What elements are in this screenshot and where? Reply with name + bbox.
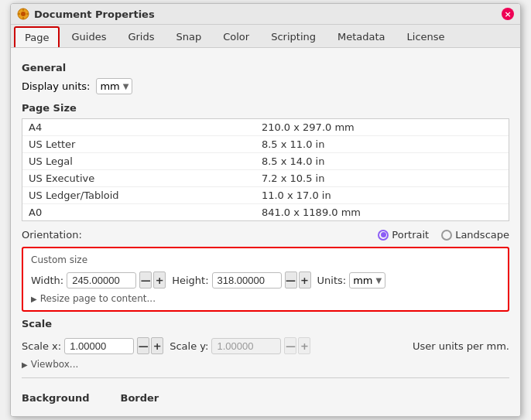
page-size-dimensions: 8.5 x 14.0 in xyxy=(255,153,509,170)
landscape-radio[interactable] xyxy=(441,230,452,241)
width-label: Width: xyxy=(31,275,63,286)
height-input[interactable] xyxy=(212,272,282,289)
custom-size-title: Custom size xyxy=(31,254,500,265)
scale-y-label: Scale y: xyxy=(170,340,208,352)
scale-y-increment-button: + xyxy=(298,337,310,354)
scale-y-stepper: — + xyxy=(284,337,310,354)
display-units-select[interactable]: mm ▼ xyxy=(96,78,132,94)
height-decrement-button[interactable]: — xyxy=(285,271,297,289)
height-stepper: — + xyxy=(285,271,311,289)
page-size-row[interactable]: US Letter8.5 x 11.0 in xyxy=(22,136,509,153)
triangle-icon: ▶ xyxy=(31,295,37,303)
units-value: mm xyxy=(353,275,372,286)
tab-metadata[interactable]: Metadata xyxy=(327,26,396,47)
page-size-label: Page Size xyxy=(22,102,509,114)
border-label: Border xyxy=(121,392,159,404)
tab-scripting[interactable]: Scripting xyxy=(261,26,326,47)
background-border-row: Background Border xyxy=(22,383,509,408)
scale-y-input xyxy=(211,338,281,354)
page-size-name: US Letter xyxy=(22,136,255,153)
scale-x-group: Scale x: — + xyxy=(22,337,163,354)
tab-color[interactable]: Color xyxy=(213,26,259,47)
portrait-radio[interactable] xyxy=(378,230,389,241)
page-size-dimensions: 841.0 x 1189.0 mm xyxy=(255,204,509,221)
background-label: Background xyxy=(22,392,90,404)
units-label: Units: xyxy=(317,275,347,286)
page-size-dimensions: 11.0 x 17.0 in xyxy=(255,187,509,204)
tab-license[interactable]: License xyxy=(397,26,455,47)
page-size-row[interactable]: A0841.0 x 1189.0 mm xyxy=(22,204,509,221)
document-properties-window: Document Properties × Page Guides Grids … xyxy=(10,3,521,417)
page-size-dimensions: 210.0 x 297.0 mm xyxy=(255,119,509,136)
orientation-label: Orientation: xyxy=(22,229,82,241)
page-size-name: US Ledger/Tabloid xyxy=(22,187,255,204)
app-icon xyxy=(17,8,29,20)
viewbox-label: Viewbox... xyxy=(31,359,79,370)
width-stepper: — + xyxy=(139,271,166,289)
svg-point-1 xyxy=(21,12,26,16)
page-size-row[interactable]: A4210.0 x 297.0 mm xyxy=(22,119,509,136)
portrait-label: Portrait xyxy=(392,229,429,241)
tab-snap[interactable]: Snap xyxy=(166,26,212,47)
page-content: General Display units: mm ▼ Page Size A4… xyxy=(11,48,520,416)
resize-page-label: Resize page to content... xyxy=(40,293,156,304)
user-units-label: User units per mm. xyxy=(413,340,509,352)
scale-label: Scale xyxy=(22,318,509,330)
display-units-value: mm xyxy=(100,80,119,92)
height-increment-button[interactable]: + xyxy=(299,271,311,289)
width-decrement-button[interactable]: — xyxy=(139,271,152,289)
tab-bar: Page Guides Grids Snap Color Scripting M… xyxy=(11,25,520,48)
page-size-row[interactable]: US Executive7.2 x 10.5 in xyxy=(22,170,509,187)
orientation-radio-group: Portrait Landscape xyxy=(378,229,509,241)
page-size-row[interactable]: US Ledger/Tabloid11.0 x 17.0 in xyxy=(22,187,509,204)
page-size-row[interactable]: US Legal8.5 x 14.0 in xyxy=(22,153,509,170)
titlebar: Document Properties × xyxy=(11,4,520,25)
page-size-table[interactable]: A4210.0 x 297.0 mmUS Letter8.5 x 11.0 in… xyxy=(22,118,509,221)
units-chevron-icon: ▼ xyxy=(375,276,382,285)
landscape-label: Landscape xyxy=(455,229,509,241)
page-size-name: A4 xyxy=(22,119,255,136)
divider xyxy=(22,377,509,378)
close-button[interactable]: × xyxy=(502,8,514,20)
page-size-name: A0 xyxy=(22,204,255,221)
orientation-row: Orientation: Portrait Landscape xyxy=(22,227,509,242)
page-size-name: US Legal xyxy=(22,153,255,170)
custom-size-inputs-row: Width: — + Height: — + xyxy=(31,271,500,289)
width-increment-button[interactable]: + xyxy=(153,271,166,289)
units-field-group: Units: mm ▼ xyxy=(317,272,386,289)
landscape-option[interactable]: Landscape xyxy=(441,229,509,241)
scale-x-input[interactable] xyxy=(64,338,134,354)
scale-y-group: Scale y: — + xyxy=(170,337,310,354)
height-field-group: Height: — + xyxy=(172,271,310,289)
scale-x-stepper: — + xyxy=(137,337,163,354)
units-select[interactable]: mm ▼ xyxy=(349,272,385,289)
general-section-label: General xyxy=(22,62,509,73)
scale-x-label: Scale x: xyxy=(22,340,61,352)
portrait-option[interactable]: Portrait xyxy=(378,229,429,241)
display-units-row: Display units: mm ▼ xyxy=(22,78,509,94)
window-title: Document Properties xyxy=(34,9,497,20)
viewbox-triangle-icon: ▶ xyxy=(22,360,28,369)
page-size-dimensions: 8.5 x 11.0 in xyxy=(255,136,509,153)
display-units-label: Display units: xyxy=(22,80,90,92)
page-size-dimensions: 7.2 x 10.5 in xyxy=(255,170,509,187)
height-label: Height: xyxy=(172,275,208,286)
chevron-down-icon: ▼ xyxy=(123,82,129,90)
scale-x-decrement-button[interactable]: — xyxy=(137,337,149,354)
custom-size-section: Custom size Width: — + Height: — xyxy=(22,247,509,312)
tab-guides[interactable]: Guides xyxy=(61,26,116,47)
scale-section: Scale Scale x: — + Scale y: — + xyxy=(22,318,509,371)
scale-y-decrement-button: — xyxy=(284,337,296,354)
tab-page[interactable]: Page xyxy=(14,26,60,47)
width-field-group: Width: — + xyxy=(31,271,166,289)
viewbox-row[interactable]: ▶ Viewbox... xyxy=(22,357,509,371)
tab-grids[interactable]: Grids xyxy=(118,26,164,47)
width-input[interactable] xyxy=(67,272,136,289)
resize-page-row[interactable]: ▶ Resize page to content... xyxy=(31,293,500,304)
scale-inputs-row: Scale x: — + Scale y: — + User units per xyxy=(22,334,509,357)
page-size-name: US Executive xyxy=(22,170,255,187)
scale-x-increment-button[interactable]: + xyxy=(151,337,163,354)
